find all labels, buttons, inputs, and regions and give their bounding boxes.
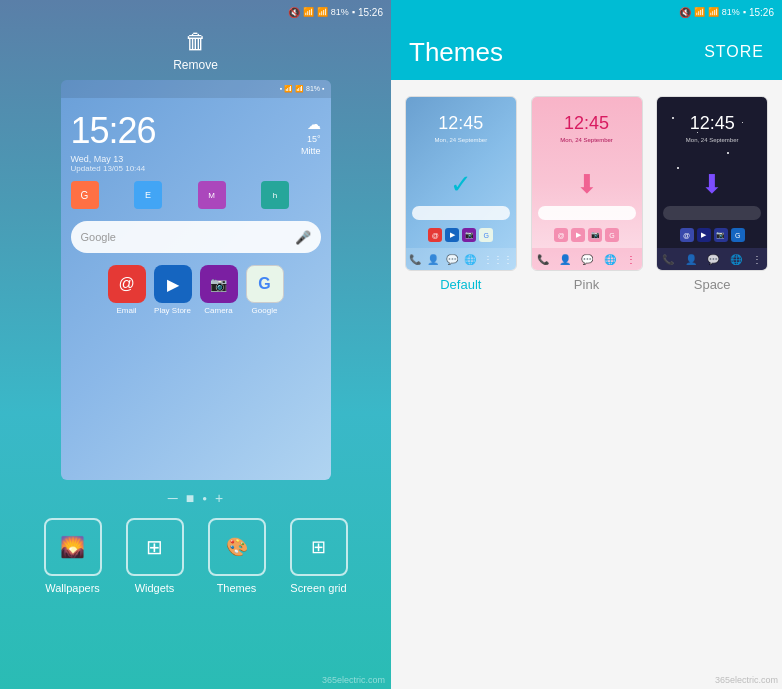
- pink-bg: 12:45 Mon, 24 September ⬇ @ ▶ 📷 G 📞: [532, 97, 642, 270]
- preview-internet-icon: 🌐: [464, 254, 476, 265]
- right-panel: 🔇 📶 📶 81% ▪ 15:26 Themes STORE 12:45 Mon…: [391, 0, 782, 689]
- mute-icon: 🔇: [288, 7, 300, 18]
- email-icon-box: @: [108, 265, 146, 303]
- app-camera[interactable]: 📷 Camera: [200, 265, 238, 315]
- theme-pink-card[interactable]: 12:45 Mon, 24 September ⬇ @ ▶ 📷 G 📞: [529, 96, 645, 292]
- wallpapers-icon: 🌄: [60, 535, 85, 559]
- default-preview-clock: 12:45: [438, 113, 483, 134]
- pink-download-icon: ⬇: [576, 168, 598, 199]
- default-search-bar: [412, 206, 510, 220]
- preview-msg-icon: 💬: [446, 254, 458, 265]
- pink-contacts-icon: 👤: [559, 254, 571, 265]
- themes-icon-box: 🎨: [208, 518, 266, 576]
- dot-dash: ─: [168, 490, 178, 506]
- pink-app-2: ▶: [571, 228, 585, 242]
- playstore-icon-box: ▶: [154, 265, 192, 303]
- small-app-4: h: [261, 181, 289, 209]
- dot-circle: ●: [202, 494, 207, 503]
- star-4: [742, 122, 743, 123]
- store-label[interactable]: STORE: [704, 43, 764, 61]
- battery-percent: 81%: [331, 7, 349, 17]
- google-icon-box: G: [246, 265, 284, 303]
- camera-icon: 📷: [210, 276, 227, 292]
- clock-display: 15:26 Wed, May 13 Updated 13/05 10:44 ☁ …: [71, 110, 321, 173]
- mute-icon-right: 🔇: [679, 7, 691, 18]
- camera-icon-box: 📷: [200, 265, 238, 303]
- default-app-1: @: [428, 228, 442, 242]
- themes-item[interactable]: 🎨 Themes: [201, 518, 273, 594]
- pink-apps-row: @ ▶ 📷 G: [532, 228, 642, 242]
- weather-temp: 15°: [307, 134, 321, 144]
- battery-percent-right: 81%: [722, 7, 740, 17]
- widgets-icon-box: ⊞: [126, 518, 184, 576]
- pink-app-4: G: [605, 228, 619, 242]
- app-email[interactable]: @ Email: [108, 265, 146, 315]
- space-theme-name: Space: [694, 277, 731, 292]
- space-contacts-icon: 👤: [685, 254, 697, 265]
- pink-phone-icon: 📞: [537, 254, 549, 265]
- theme-default-card[interactable]: 12:45 Mon, 24 September ✓ @ ▶ 📷 G 📞: [403, 96, 519, 292]
- battery-icon: ▪: [352, 7, 355, 17]
- home-screen-preview[interactable]: ▪ 📶 📶 81% ▪ 15:26 Wed, May 13 Updated 13…: [61, 80, 331, 480]
- mic-icon: 🎤: [295, 230, 311, 245]
- screen-grid-icon-box: ⊞: [290, 518, 348, 576]
- default-bg: 12:45 Mon, 24 September ✓ @ ▶ 📷 G 📞: [406, 97, 516, 270]
- themes-title: Themes: [409, 37, 503, 68]
- remove-area[interactable]: 🗑 Remove: [173, 28, 218, 72]
- signal-icon: 📶: [317, 7, 328, 17]
- pink-bottom-bar: 📞 👤 💬 🌐 ⋮: [532, 248, 642, 270]
- screen-grid-label: Screen grid: [290, 582, 346, 594]
- home-status-bar: ▪ 📶 📶 81% ▪: [61, 80, 331, 98]
- space-app-1: @: [680, 228, 694, 242]
- default-theme-name: Default: [440, 277, 481, 292]
- pink-preview-date: Mon, 24 September: [560, 137, 613, 143]
- remove-label: Remove: [173, 58, 218, 72]
- battery-icon-right: ▪: [743, 7, 746, 17]
- wifi-icon-right: 📶: [694, 7, 705, 17]
- theme-space-card[interactable]: 12:45 Mon, 24 September ⬇ @ ▶ 📷 G 📞: [654, 96, 770, 292]
- pink-internet-icon: 🌐: [604, 254, 616, 265]
- app-playstore[interactable]: ▶ Play Store: [154, 265, 192, 315]
- default-bottom-bar: 📞 👤 💬 🌐 ⋮⋮⋮: [406, 248, 516, 270]
- clock-status-right: 15:26: [749, 7, 774, 18]
- watermark-right: 365electric.com: [715, 675, 778, 685]
- widgets-item[interactable]: ⊞ Widgets: [119, 518, 191, 594]
- watermark-left: 365electric.com: [322, 675, 385, 685]
- space-bottom-bar: 📞 👤 💬 🌐 ⋮: [657, 248, 767, 270]
- space-apps-icon: ⋮: [752, 254, 762, 265]
- default-app-3: 📷: [462, 228, 476, 242]
- app-google[interactable]: G Google: [246, 265, 284, 315]
- preview-apps-icon: ⋮⋮⋮: [483, 254, 513, 265]
- google-icon: G: [258, 275, 270, 293]
- playstore-label: Play Store: [154, 306, 191, 315]
- pink-search-bar: [538, 206, 636, 220]
- small-app-2: E: [134, 181, 162, 209]
- screen-grid-item[interactable]: ⊞ Screen grid: [283, 518, 355, 594]
- preview-status-icons: ▪ 📶 📶 81% ▪: [280, 85, 325, 93]
- left-panel: 🔇 📶 📶 81% ▪ 15:26 🗑 Remove ▪ 📶 📶 81% ▪ 1…: [0, 0, 391, 689]
- themes-grid: 12:45 Mon, 24 September ✓ @ ▶ 📷 G 📞: [391, 80, 782, 300]
- email-label: Email: [116, 306, 136, 315]
- theme-pink-preview: 12:45 Mon, 24 September ⬇ @ ▶ 📷 G 📞: [531, 96, 643, 271]
- space-search-bar: [663, 206, 761, 220]
- star-5: [677, 167, 679, 169]
- pink-preview-clock: 12:45: [564, 113, 609, 134]
- space-preview-clock: 12:45: [690, 113, 735, 134]
- wallpapers-label: Wallpapers: [45, 582, 100, 594]
- default-app-4: G: [479, 228, 493, 242]
- wallpapers-item[interactable]: 🌄 Wallpapers: [37, 518, 109, 594]
- dot-home: ■: [186, 490, 194, 506]
- status-bar-left: 🔇 📶 📶 81% ▪ 15:26: [0, 0, 391, 24]
- wallpapers-icon-box: 🌄: [44, 518, 102, 576]
- playstore-icon: ▶: [167, 275, 179, 294]
- status-bar-right: 🔇 📶 📶 81% ▪ 15:26: [391, 0, 782, 24]
- space-app-4: G: [731, 228, 745, 242]
- themes-label: Themes: [217, 582, 257, 594]
- google-search-bar[interactable]: Google 🎤: [71, 221, 321, 253]
- space-phone-icon: 📞: [662, 254, 674, 265]
- status-icons-left: 🔇 📶 📶 81% ▪ 15:26: [288, 7, 383, 18]
- widgets-icon: ⊞: [146, 535, 163, 559]
- small-app-1: G: [71, 181, 99, 209]
- google-label: Google: [252, 306, 278, 315]
- signal-icon-right: 📶: [708, 7, 719, 17]
